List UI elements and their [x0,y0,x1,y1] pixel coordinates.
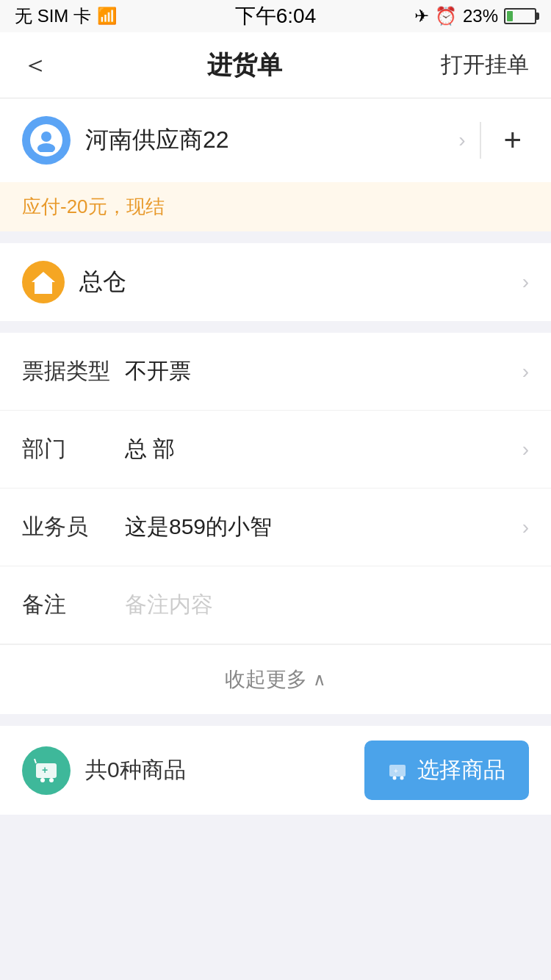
department-value: 总 部 [125,434,522,464]
collapse-row[interactable]: 收起更多 ∧ [0,644,551,714]
svg-point-1 [37,143,55,152]
nav-bar: ＜ 进货单 打开挂单 [0,32,551,98]
svg-marker-2 [32,272,55,294]
svg-line-6 [35,759,36,763]
cart-icon: + [22,746,71,795]
supplier-avatar [22,116,71,165]
svg-text:+: + [394,767,398,775]
svg-point-0 [41,131,51,142]
wifi-icon: 📶 [97,7,117,26]
page-title: 进货单 [207,48,282,82]
product-count-label: 共0种商品 [85,755,364,785]
department-label: 部门 [22,434,125,464]
status-bar: 无 SIM 卡 📶 下午6:04 ✈ ⏰ 23% [0,0,551,32]
salesperson-value: 这是859的小智 [125,512,522,542]
remark-placeholder: 备注内容 [125,590,529,620]
supplier-arrow-icon: › [458,129,465,152]
location-icon: ✈ [414,6,429,26]
warehouse-arrow-icon: › [522,270,529,294]
department-row[interactable]: 部门 总 部 › [0,411,551,489]
carrier-label: 无 SIM 卡 [15,4,91,28]
status-time: 下午6:04 [235,2,317,30]
remark-row[interactable]: 备注 备注内容 [0,566,551,644]
salesperson-label: 业务员 [22,512,125,542]
warehouse-name: 总仓 [79,266,522,298]
product-bar-card: + 共0种商品 + 选择商品 [0,726,551,815]
svg-point-4 [40,778,45,782]
notice-text: 应付-20元，现结 [22,195,165,217]
main-content: 河南供应商22 › + 应付-20元，现结 总仓 › 票据类型 不开票 › [0,98,551,815]
battery-percent: 23% [463,6,498,26]
notice-bar: 应付-20元，现结 [0,182,551,231]
invoice-type-row[interactable]: 票据类型 不开票 › [0,333,551,411]
salesperson-arrow-icon: › [522,516,529,539]
product-bar: + 共0种商品 + 选择商品 [0,726,551,815]
divider [480,122,481,159]
alarm-icon: ⏰ [435,6,457,26]
person-icon [35,129,58,152]
warehouse-row[interactable]: 总仓 › [0,243,551,321]
battery-icon [504,8,536,24]
house-icon [30,269,57,295]
warehouse-card: 总仓 › [0,243,551,321]
collapse-label: 收起更多 [225,666,307,693]
supplier-card: 河南供应商22 › + 应付-20元，现结 [0,98,551,231]
add-supplier-button[interactable]: + [496,123,529,158]
invoice-type-arrow-icon: › [522,360,529,383]
back-button[interactable]: ＜ [22,47,48,83]
select-goods-cart-icon: + [388,760,408,781]
svg-point-5 [49,778,54,782]
battery-fill [507,11,513,21]
svg-point-10 [400,776,404,779]
supplier-name: 河南供应商22 [85,124,458,156]
invoice-type-label: 票据类型 [22,356,125,386]
status-left: 无 SIM 卡 📶 [15,4,117,28]
avatar-inner [30,124,62,156]
status-right: ✈ ⏰ 23% [414,6,536,26]
supplier-row[interactable]: 河南供应商22 › + [0,98,551,182]
collapse-icon: ∧ [313,669,326,690]
remark-label: 备注 [22,590,125,620]
shopping-cart-icon: + [33,757,60,784]
invoice-type-value: 不开票 [125,356,522,386]
department-arrow-icon: › [522,438,529,461]
svg-point-9 [393,776,397,779]
form-card: 票据类型 不开票 › 部门 总 部 › 业务员 这是859的小智 › 备注 备注… [0,333,551,714]
select-goods-label: 选择商品 [417,755,505,785]
svg-text:+: + [42,764,48,776]
open-pending-button[interactable]: 打开挂单 [441,50,529,80]
warehouse-icon [22,261,65,303]
salesperson-row[interactable]: 业务员 这是859的小智 › [0,489,551,566]
select-goods-button[interactable]: + 选择商品 [364,741,529,800]
